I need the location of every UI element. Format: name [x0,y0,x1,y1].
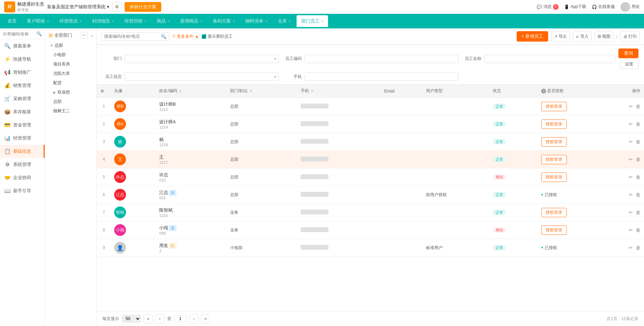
emp-name-input[interactable] [484,55,616,63]
dept-item-zb[interactable]: 总部 [45,97,97,106]
reset-button[interactable]: 设置 [620,60,638,69]
sidebar-item-base[interactable]: 📋 基础信息 [0,145,45,158]
close-icon[interactable]: × [112,19,114,23]
tab-barcode[interactable]: 条码方案× [208,15,240,27]
tab-goods[interactable]: 商品× [152,15,175,27]
first-page-button[interactable]: « [144,314,153,323]
auth-button[interactable]: 授权登录 [541,173,567,182]
edit-button[interactable]: ✏ [629,174,633,180]
search-icon[interactable]: 🔍 [161,34,166,39]
message-button[interactable]: 💬 消息 5 [537,4,559,10]
edit-button[interactable]: ✏ [629,157,633,162]
sidebar-item-inventory[interactable]: 📦 库存核算 [0,105,45,118]
th-phone[interactable]: 手机 ⇅ [297,85,381,98]
sidebar-item-collab[interactable]: 🤝 企业协同 [0,171,45,184]
sidebar-item-finance[interactable]: 💳 资金管理 [0,118,45,132]
delete-button[interactable]: 🗑 [636,210,641,215]
show-resigned-input[interactable] [202,34,206,39]
close-icon[interactable]: × [265,19,267,23]
page-input[interactable] [174,315,187,322]
tab-bom[interactable]: 物料清单× [241,15,272,27]
tab-profit[interactable]: 利润报告× [87,15,119,27]
th-dept[interactable]: 部门/职位 ⇅ [227,85,297,98]
sidebar-item-shortcut[interactable]: ⚡ 快捷导航 [0,53,45,66]
dept-item-peihuo[interactable]: 配货 [45,78,97,88]
emp-status-select[interactable] [125,72,279,81]
edit-button[interactable]: ✏ [629,192,633,197]
delete-button[interactable]: 🗑 [636,227,641,233]
delete-button[interactable]: 🗑 [636,139,641,144]
sidebar-item-purchase[interactable]: 🛒 采购管理 [0,92,45,105]
close-icon[interactable]: × [145,19,147,23]
dept-parent-zongbu[interactable]: ▼ 总部 [45,41,97,50]
add-employee-button[interactable]: + 新增员工 [517,31,548,42]
delete-button[interactable]: 🗑 [636,174,641,180]
delete-button[interactable]: 🗑 [636,245,641,250]
view-button[interactable]: ⊞ 视图 [595,32,614,42]
auth-button[interactable]: 授权登录 [541,137,567,147]
sidebar-item-guide[interactable]: 📖 新手引导 [0,184,45,197]
th-name[interactable]: 姓名/编码 ⇅ [156,85,226,98]
th-settings[interactable]: ⚙ [97,85,111,98]
edit-button[interactable]: ✏ [629,210,633,215]
app-download-button[interactable]: 📱 App下载 [564,4,586,10]
dept-item-zhishu[interactable]: 植树王二 [45,106,97,116]
next-page-button[interactable]: › [189,314,198,323]
close-icon[interactable]: × [80,19,82,23]
prev-page-button[interactable]: ‹ [155,314,164,323]
sidebar-item-marketing[interactable]: 📢 营销推广 [0,66,45,79]
last-page-button[interactable]: » [201,314,210,323]
phone-input[interactable] [305,72,459,81]
emp-code-input[interactable] [305,55,459,63]
trial-button[interactable]: 体验行业方案 [125,2,161,12]
sidebar-item-operations[interactable]: 📊 经营管理 [0,132,45,145]
close-icon[interactable]: × [168,19,170,23]
edit-button[interactable]: ✏ [629,121,633,127]
online-service-button[interactable]: 🎧 在线客服 [592,4,615,10]
user-area[interactable]: 用友 [620,2,640,12]
auth-button[interactable]: 授权登录 [541,102,567,111]
delete-button[interactable]: 🗑 [636,192,641,197]
tab-history[interactable]: 经营历程× [120,15,152,27]
dept-item-shuangmiao[interactable]: ▶ 双庙想 [45,88,97,97]
close-icon[interactable]: × [233,19,235,23]
sidebar-item-system[interactable]: ⚙ 系统管理 [0,158,45,171]
edit-button[interactable]: ✏ [629,104,633,109]
edit-button[interactable]: ✏ [629,227,633,233]
more-filter-button[interactable]: ▽ 更多条件 ▲ [172,34,199,39]
tab-employees[interactable]: 部门员工× [297,15,328,27]
edit-icon[interactable]: ✏ [81,32,88,39]
auth-button[interactable]: 授权登录 [541,208,567,217]
dept-item-shenyang[interactable]: 沈阳大库 [45,69,97,78]
edit-button[interactable]: ✏ [629,245,633,250]
dept-item-project[interactable]: 项目库房 [45,60,97,69]
auth-button[interactable]: 授权登录 [541,120,567,129]
tab-home[interactable]: 首页 [3,15,21,27]
sidebar-item-sales[interactable]: 💰 销售管理 [0,79,45,92]
delete-button[interactable]: 🗑 [636,104,641,109]
auth-button[interactable]: 授权登录 [541,226,567,235]
tab-warehouse[interactable]: 仓库× [273,15,296,27]
search-input[interactable] [104,34,160,39]
collapse-icon[interactable]: « [91,33,93,38]
search-button[interactable]: 查询 [618,49,638,58]
tab-new-goods[interactable]: 新增商品× [175,15,207,27]
print-button[interactable]: 🖨 打印 [620,32,640,42]
tab-operations[interactable]: 经营情况× [55,15,87,27]
dept-item-xiaodian[interactable]: 小电部 [45,50,97,60]
show-resigned-checkbox[interactable]: 显示离职员工 [202,34,233,39]
close-icon[interactable]: × [200,19,202,23]
edit-button[interactable]: ✏ [629,139,633,144]
per-page-select[interactable]: 50 100 [122,315,141,323]
sidebar-search-input[interactable] [3,32,35,36]
tab-customer[interactable]: 客户联络× [22,15,54,27]
close-icon[interactable]: × [289,19,291,23]
dept-all-header[interactable]: ⊞ 全部部门 ✏ « [45,30,97,41]
delete-button[interactable]: 🗑 [636,121,641,127]
delete-button[interactable]: 🗑 [636,157,641,162]
auth-button[interactable]: 授权登录 [541,155,567,164]
gear-button[interactable]: ⚙ [112,2,122,12]
sidebar-item-search[interactable]: 🔍 搜索菜单 [0,39,45,53]
export-button[interactable]: ↗ 导出 [551,32,570,42]
dept-select[interactable] [125,55,279,63]
